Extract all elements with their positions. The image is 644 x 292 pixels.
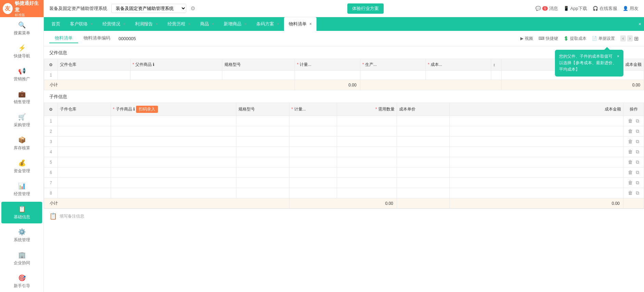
child-unit-cost-7[interactable] — [397, 178, 450, 188]
sub-tab-bom-list[interactable]: 物料清单 — [49, 34, 78, 43]
tab-operations[interactable]: 经营情况 × — [98, 17, 130, 31]
system-selector[interactable]: 装备及固定资产辅助管理系统 — [111, 4, 186, 13]
child-goods-2[interactable] — [111, 126, 236, 137]
sidebar-item-basic-info[interactable]: 📋 基础信息 — [1, 202, 42, 223]
grid-view-icon[interactable]: ⊞ — [634, 35, 639, 42]
parent-spec-cell[interactable] — [222, 71, 295, 80]
tooltip-close-button[interactable]: × — [617, 53, 619, 60]
copy-icon-3[interactable]: ⧉ — [636, 139, 639, 144]
parent-cost-cell[interactable] — [425, 71, 491, 80]
next-arrow-icon[interactable]: › — [627, 35, 633, 42]
child-unit-2[interactable] — [289, 126, 337, 137]
tab-history-close[interactable]: × — [188, 22, 190, 26]
child-unit-cost-2[interactable] — [397, 126, 450, 137]
child-warehouse-3[interactable] — [58, 137, 111, 147]
child-unit-4[interactable] — [289, 147, 337, 157]
copy-icon-8[interactable]: ⧉ — [636, 190, 639, 196]
sidebar-item-finance[interactable]: 💰 资金管理 — [1, 156, 42, 177]
tab-goods-close[interactable]: × — [212, 22, 214, 26]
tab-new-goods[interactable]: 新增商品 × — [219, 17, 251, 31]
parent-production-cell[interactable] — [360, 71, 425, 80]
delete-icon-6[interactable]: 🗑 — [628, 170, 633, 175]
child-unit-cost-3[interactable] — [397, 137, 450, 147]
child-goods-4[interactable] — [111, 147, 236, 157]
sidebar-item-sales[interactable]: 💼 销售管理 — [1, 87, 42, 108]
parent-unit-cell[interactable] — [295, 71, 360, 80]
sidebar-item-inventory[interactable]: 📦 库存核算 — [1, 133, 42, 154]
child-unit-1[interactable] — [289, 116, 337, 126]
child-qty-3[interactable] — [337, 137, 397, 147]
child-unit-7[interactable] — [289, 178, 337, 188]
child-goods-1[interactable] — [111, 116, 236, 126]
child-spec-4[interactable] — [236, 147, 289, 157]
close-all-tabs[interactable]: × — [639, 21, 641, 27]
child-goods-8[interactable] — [111, 188, 236, 198]
delete-icon-2[interactable]: 🗑 — [628, 128, 633, 134]
online-service-item[interactable]: 🎧 在线客服 — [593, 5, 617, 12]
copy-icon-4[interactable]: ⧉ — [636, 149, 639, 154]
child-qty-5[interactable] — [337, 157, 397, 167]
child-unit-6[interactable] — [289, 167, 337, 178]
child-spec-3[interactable] — [236, 137, 289, 147]
sidebar-item-search[interactable]: 🔍 搜索菜单 — [1, 18, 42, 39]
child-spec-5[interactable] — [236, 157, 289, 167]
child-qty-2[interactable] — [337, 126, 397, 137]
child-goods-3[interactable] — [111, 137, 236, 147]
prev-arrow-icon[interactable]: ‹ — [620, 35, 626, 42]
child-goods-7[interactable] — [111, 178, 236, 188]
settings-gear-icon[interactable]: ⚙ — [190, 5, 195, 12]
sidebar-item-guide[interactable]: 🎯 新手引导 — [1, 271, 42, 292]
child-unit-5[interactable] — [289, 157, 337, 167]
copy-icon-1[interactable]: ⧉ — [636, 118, 639, 124]
sidebar-item-operations[interactable]: 📊 经营管理 — [1, 179, 42, 200]
child-spec-1[interactable] — [236, 116, 289, 126]
delete-icon-8[interactable]: 🗑 — [628, 190, 633, 196]
message-item[interactable]: 💬 6 消息 — [535, 5, 558, 12]
toolbar-video[interactable]: ▶ 视频 — [520, 36, 533, 42]
copy-icon-7[interactable]: ⧉ — [636, 180, 639, 185]
tab-profit[interactable]: 利润报告 × — [130, 17, 163, 31]
delete-icon-4[interactable]: 🗑 — [628, 149, 633, 154]
child-qty-4[interactable] — [337, 147, 397, 157]
sidebar-item-purchase[interactable]: 🛒 采购管理 — [1, 110, 42, 131]
child-unit-cost-6[interactable] — [397, 167, 450, 178]
tab-bom[interactable]: 物料清单 × — [284, 17, 317, 31]
tab-customer-close[interactable]: × — [90, 22, 93, 26]
child-qty-1[interactable] — [337, 116, 397, 126]
tab-goods[interactable]: 商品 × — [195, 17, 219, 31]
child-spec-6[interactable] — [236, 167, 289, 178]
tab-history[interactable]: 经营历程 × — [163, 17, 195, 31]
child-warehouse-2[interactable] — [58, 126, 111, 137]
parent-warehouse-cell[interactable] — [58, 71, 131, 80]
delete-icon-3[interactable]: 🗑 — [628, 139, 633, 144]
tab-operations-close[interactable]: × — [123, 22, 125, 26]
child-qty-6[interactable] — [337, 167, 397, 178]
tab-customer[interactable]: 客户联络 × — [65, 17, 98, 31]
copy-icon-5[interactable]: ⧉ — [636, 159, 639, 165]
note-placeholder[interactable]: 填写备注信息 — [60, 213, 84, 219]
toolbar-shortcut[interactable]: ⌨ 快捷键 — [538, 36, 558, 42]
child-unit-cost-5[interactable] — [397, 157, 450, 167]
child-spec-8[interactable] — [236, 188, 289, 198]
tab-profit-close[interactable]: × — [156, 22, 158, 26]
child-qty-8[interactable] — [337, 188, 397, 198]
tab-bom-close[interactable]: × — [309, 22, 312, 26]
tab-new-goods-close[interactable]: × — [244, 22, 247, 26]
child-unit-cost-1[interactable] — [397, 116, 450, 126]
child-unit-3[interactable] — [289, 137, 337, 147]
child-goods-6[interactable] — [111, 167, 236, 178]
child-spec-2[interactable] — [236, 126, 289, 137]
child-unit-cost-4[interactable] — [397, 147, 450, 157]
parent-goods-cell[interactable] — [130, 71, 222, 80]
child-warehouse-8[interactable] — [58, 188, 111, 198]
child-spec-7[interactable] — [236, 178, 289, 188]
scan-input-button[interactable]: 扫码录入 — [136, 106, 158, 113]
delete-icon-5[interactable]: 🗑 — [628, 159, 633, 165]
app-download-item[interactable]: 📱 App下载 — [564, 5, 587, 12]
delete-icon-1[interactable]: 🗑 — [628, 118, 633, 124]
copy-icon-2[interactable]: ⧉ — [636, 128, 639, 134]
sidebar-item-system[interactable]: ⚙️ 系统管理 — [1, 225, 42, 246]
tab-barcode[interactable]: 条码方案 × — [251, 17, 284, 31]
child-warehouse-1[interactable] — [58, 116, 111, 126]
tab-barcode-close[interactable]: × — [277, 22, 279, 26]
